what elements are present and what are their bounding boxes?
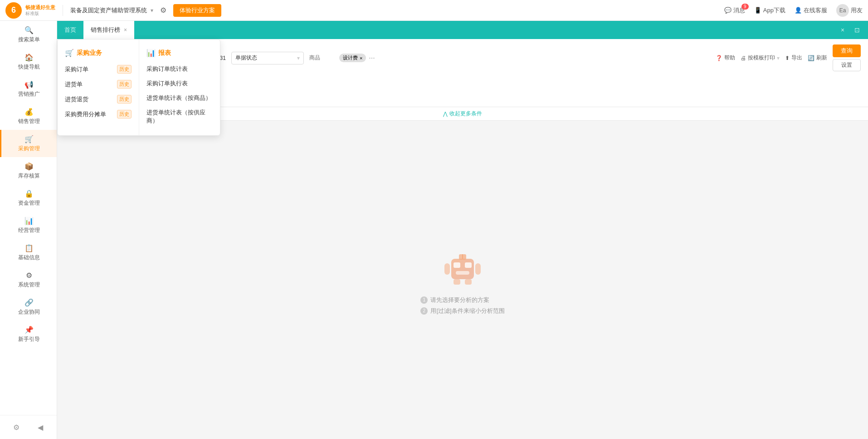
search-icon: 🔍	[24, 25, 34, 35]
sidebar-label-marketing: 营销推广	[18, 90, 40, 98]
sidebar-label-system: 系统管理	[18, 281, 40, 289]
query-btn[interactable]: 查询	[833, 44, 861, 57]
top-bar: 6 畅捷通好生意 标准版 装备及固定资产辅助管理系统 ▾ ⚙ 体验行业方案 💬 …	[0, 0, 868, 21]
dropdown-item-expense[interactable]: 采购费用分摊单 历史	[58, 107, 139, 122]
doc-status-select[interactable]: 单据状态 ▾	[231, 52, 304, 64]
system-dropdown-arrow[interactable]: ▾	[151, 7, 153, 14]
empty-illustration	[440, 245, 485, 291]
dropdown-item-incoming-goods[interactable]: 进货单统计表（按商品）	[139, 91, 220, 105]
sidebar-item-newbie[interactable]: 📌 新手引导	[0, 321, 57, 348]
sidebar-label-inventory: 库存核算	[18, 172, 40, 180]
system-icon: ⚙	[24, 271, 34, 280]
sidebar-item-quick-nav[interactable]: 🏠 快捷导航	[0, 48, 57, 75]
purchase-section-title: 🛒 采购业务	[58, 47, 139, 62]
sidebar-item-operation[interactable]: 📊 经营管理	[0, 212, 57, 239]
online-service-label: 在线客服	[804, 6, 827, 15]
template-print-btn[interactable]: 🖨 按模板打印 ▾	[741, 54, 780, 62]
collapse-up-icon: ⋀	[443, 111, 448, 117]
sidebar-settings-btn[interactable]: ⚙	[9, 420, 24, 434]
sidebar-item-enterprise[interactable]: 🔗 企业协同	[0, 293, 57, 321]
goods-label: 商品	[309, 54, 336, 62]
sidebar-label-finance: 资金管理	[18, 199, 40, 207]
goods-more-btn[interactable]: ···	[369, 54, 375, 62]
sidebar-label-search: 搜索菜单	[18, 36, 40, 44]
refresh-btn[interactable]: 🔄 刷新	[808, 54, 827, 62]
help-icon: ❓	[716, 55, 722, 61]
phone-icon: 📱	[754, 7, 761, 14]
export-btn[interactable]: ⬆ 导出	[785, 54, 802, 62]
sidebar-label-quick-nav: 快捷导航	[18, 63, 40, 71]
print-icon: 🖨	[741, 55, 746, 61]
query-actions: 查询 设置	[833, 44, 861, 71]
sidebar-item-finance[interactable]: 🔒 资金管理	[0, 184, 57, 212]
tab-sales-rank-label: 销售排行榜	[91, 26, 120, 34]
dropdown-item-order-exec[interactable]: 采购订单执行表	[139, 76, 220, 91]
app-download-label: App下载	[763, 6, 785, 15]
logo-text-area: 畅捷通好生意 标准版	[25, 4, 55, 16]
dropdown-item-incoming-supplier[interactable]: 进货单统计表（按供应商）	[139, 105, 220, 128]
sidebar-item-search[interactable]: 🔍 搜索菜单	[0, 21, 57, 48]
tab-home[interactable]: 首页	[57, 21, 83, 39]
tab-home-label: 首页	[64, 26, 76, 34]
sidebar-item-purchase[interactable]: 🛒 采购管理	[0, 130, 57, 157]
svg-rect-6	[444, 263, 450, 275]
app-download-btn[interactable]: 📱 App下载	[754, 6, 785, 15]
settings-btn[interactable]: 设置	[833, 59, 861, 71]
inventory-icon: 📦	[24, 162, 34, 171]
tab-sales-rank[interactable]: 销售排行榜 ×	[83, 21, 134, 39]
svg-rect-3	[456, 271, 469, 275]
sidebar-item-sales[interactable]: 💰 销售管理	[0, 103, 57, 130]
home-icon: 🏠	[24, 53, 34, 62]
goods-tag-close[interactable]: ×	[360, 55, 362, 61]
sidebar-label-purchase: 采购管理	[18, 145, 40, 153]
collapse-text: 收起更多条件	[449, 110, 482, 118]
industry-btn[interactable]: 体验行业方案	[173, 4, 221, 17]
export-icon: ⬆	[785, 55, 790, 61]
top-bar-right: 💬 消息 9 📱 App下载 👤 在线客服 Ea 用友	[724, 4, 863, 17]
sidebar-item-basic-info[interactable]: 📋 基础信息	[0, 239, 57, 266]
divider	[63, 5, 63, 16]
dropdown-item-return[interactable]: 进货退货 历史	[58, 92, 139, 107]
help-btn[interactable]: ❓ 帮助	[716, 54, 735, 62]
user-menu[interactable]: Ea 用友	[836, 4, 863, 17]
empty-num-2: 2	[420, 307, 428, 315]
window-resize-btn[interactable]: ⊡	[852, 25, 863, 35]
sidebar-collapse-btn[interactable]: ◀	[33, 420, 48, 434]
empty-tip-1: 1 请先选择要分析的方案	[420, 296, 504, 304]
sidebar-label-enterprise: 企业协同	[18, 308, 40, 316]
message-badge: 9	[741, 4, 749, 10]
report-section-icon: 📊	[146, 49, 156, 57]
headset-icon: 👤	[795, 7, 802, 14]
sidebar-label-newbie: 新手引导	[18, 335, 40, 343]
window-close-btn[interactable]: ×	[837, 25, 848, 35]
message-btn[interactable]: 💬 消息 9	[724, 6, 745, 15]
dropdown-item-purchase-order[interactable]: 采购订单 历史	[58, 62, 139, 77]
sidebar-item-system[interactable]: ⚙ 系统管理	[0, 266, 57, 293]
goods-filter: 商品 设计费 × ···	[309, 54, 375, 62]
marketing-icon: 📢	[24, 80, 34, 89]
empty-state: 1 请先选择要分析的方案 2 用[过滤]条件来缩小分析范围	[57, 121, 868, 439]
sidebar-label-operation: 经营管理	[18, 227, 40, 234]
purchase-section-icon: 🛒	[65, 49, 74, 57]
finance-icon: 🔒	[24, 189, 34, 198]
svg-rect-8	[454, 279, 460, 285]
system-title: 装备及固定资产辅助管理系统	[70, 6, 147, 15]
message-icon: 💬	[724, 7, 731, 14]
user-label: 用友	[851, 6, 863, 15]
dropdown-item-incoming[interactable]: 进货单 历史	[58, 77, 139, 92]
empty-num-1: 1	[420, 296, 428, 304]
sidebar-item-inventory[interactable]: 📦 库存核算	[0, 157, 57, 184]
avatar: Ea	[836, 4, 849, 17]
purchase-dropdown: 🛒 采购业务 采购订单 历史 进货单 历史 进货退货 历史 采购费用分摊单 历史…	[57, 39, 220, 136]
tab-sales-rank-close[interactable]: ×	[124, 27, 127, 33]
online-service-btn[interactable]: 👤 在线客服	[795, 6, 827, 15]
topbar-settings-icon[interactable]: ⚙	[157, 4, 170, 17]
toolbar-actions: ❓ 帮助 🖨 按模板打印 ▾ ⬆ 导出 🔄	[716, 44, 861, 71]
svg-rect-2	[465, 262, 472, 268]
dropdown-item-order-stats[interactable]: 采购订单统计表	[139, 62, 220, 76]
top-bar-left: 6 畅捷通好生意 标准版 装备及固定资产辅助管理系统 ▾ ⚙ 体验行业方案	[5, 2, 724, 19]
sidebar-item-marketing[interactable]: 📢 营销推广	[0, 75, 57, 103]
report-col: 📊 报表 采购订单统计表 采购订单执行表 进货单统计表（按商品） 进货单统计表（…	[139, 39, 220, 135]
sidebar-label-basic-info: 基础信息	[18, 254, 40, 261]
purchase-icon: 🛒	[24, 134, 34, 143]
